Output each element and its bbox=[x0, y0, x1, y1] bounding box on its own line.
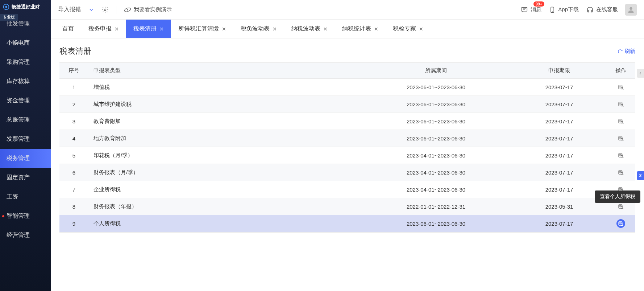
cell-idx: 5 bbox=[59, 147, 88, 164]
edge-expand-button[interactable] bbox=[637, 69, 644, 78]
tab-label: 首页 bbox=[62, 25, 74, 33]
cell-idx: 8 bbox=[59, 198, 88, 215]
view-button[interactable] bbox=[616, 202, 625, 211]
sidebar-nav: 批发管理小畅电商采购管理库存核算资金管理总账管理发票管理税务管理固定资产工资智能… bbox=[0, 20, 51, 245]
table: 序号 申报表类型 所属期间 申报期限 操作 1增值税2023-06-01~202… bbox=[59, 62, 635, 233]
sidebar-item[interactable]: 税务管理 bbox=[0, 149, 51, 168]
refresh-label: 刷新 bbox=[624, 48, 635, 55]
close-icon[interactable]: ✕ bbox=[273, 26, 277, 32]
cell-period: 2023-04-01~2023-06-30 bbox=[360, 147, 512, 164]
demo-link[interactable]: 我要看实例演示 bbox=[124, 6, 172, 14]
tab[interactable]: 纳税波动表✕ bbox=[284, 20, 335, 38]
cell-action bbox=[606, 215, 635, 232]
cell-period: 2023-06-01~2023-06-30 bbox=[360, 215, 512, 232]
cell-deadline: 2023-07-17 bbox=[512, 147, 606, 164]
tab-label: 纳税波动表 bbox=[291, 25, 320, 33]
cell-type: 印花税（月/季） bbox=[88, 147, 360, 164]
close-icon[interactable]: ✕ bbox=[374, 26, 378, 32]
messages-button[interactable]: 消息 99+ bbox=[520, 6, 541, 14]
cell-idx: 1 bbox=[59, 79, 88, 96]
messages-label: 消息 bbox=[531, 6, 541, 13]
table-row: 6财务报表（月/季）2023-04-01~2023-06-302023-07-1… bbox=[59, 164, 635, 181]
sidebar-item[interactable]: 经营管理 bbox=[0, 226, 51, 245]
cell-deadline: 2023-07-17 bbox=[512, 130, 606, 147]
tab-label: 纳税统计表 bbox=[342, 25, 371, 33]
view-button[interactable] bbox=[616, 83, 625, 91]
cell-deadline: 2023-07-17 bbox=[512, 113, 606, 130]
cell-idx: 6 bbox=[59, 164, 88, 181]
table-row: 9个人所得税2023-06-01~2023-06-302023-07-17 bbox=[59, 215, 635, 232]
cell-deadline: 2023-07-17 bbox=[512, 164, 606, 181]
globe-icon bbox=[124, 6, 132, 14]
chevron-down-icon[interactable] bbox=[88, 7, 94, 13]
tooltip: 查看个人所得税 bbox=[595, 190, 640, 203]
sidebar-item[interactable]: 资金管理 bbox=[0, 91, 51, 110]
sidebar-item[interactable]: 工资 bbox=[0, 187, 51, 206]
tab[interactable]: 税负波动表✕ bbox=[233, 20, 284, 38]
table-row: 1增值税2023-06-01~2023-06-302023-07-17 bbox=[59, 79, 635, 96]
tab-label: 所得税汇算清缴 bbox=[178, 25, 219, 33]
app-download-label: App下载 bbox=[558, 6, 579, 13]
view-button[interactable] bbox=[616, 117, 625, 126]
cell-action bbox=[606, 96, 635, 113]
edge-badge[interactable]: 2 bbox=[637, 171, 644, 180]
tab-label: 税负波动表 bbox=[241, 25, 270, 33]
sidebar-item[interactable]: 总账管理 bbox=[0, 110, 51, 130]
view-button[interactable] bbox=[616, 168, 625, 177]
cell-type: 财务报表（月/季） bbox=[88, 164, 360, 181]
cell-type: 财务报表（年报） bbox=[88, 198, 360, 215]
tab[interactable]: 首页 bbox=[55, 20, 81, 38]
view-button[interactable] bbox=[616, 151, 625, 160]
app-download-button[interactable]: App下载 bbox=[549, 6, 579, 13]
sidebar-item[interactable]: 库存核算 bbox=[0, 72, 51, 91]
table-row: 4地方教育附加2023-06-01~2023-06-302023-07-17 bbox=[59, 130, 635, 147]
cell-type: 增值税 bbox=[88, 79, 360, 96]
breadcrumb[interactable]: 导入报错 bbox=[58, 6, 81, 13]
svg-point-6 bbox=[552, 11, 553, 12]
sidebar-item[interactable]: 批发管理 bbox=[0, 20, 51, 33]
tab-label: 税表清册 bbox=[133, 25, 157, 33]
close-icon[interactable]: ✕ bbox=[115, 26, 119, 32]
demo-link-label: 我要看实例演示 bbox=[134, 6, 172, 13]
close-icon[interactable]: ✕ bbox=[323, 26, 328, 32]
cell-type: 地方教育附加 bbox=[88, 130, 360, 147]
close-icon[interactable]: ✕ bbox=[222, 26, 226, 32]
tab[interactable]: 所得税汇算清缴✕ bbox=[171, 20, 233, 38]
sidebar-item[interactable]: 智能管理 bbox=[0, 206, 51, 226]
col-idx: 序号 bbox=[59, 63, 88, 79]
sidebar: 畅捷通好业财 专业版 批发管理小畅电商采购管理库存核算资金管理总账管理发票管理税… bbox=[0, 0, 51, 291]
svg-point-1 bbox=[5, 6, 7, 8]
tab[interactable]: 税务申报✕ bbox=[81, 20, 126, 38]
tab[interactable]: 税检专家✕ bbox=[386, 20, 431, 38]
sidebar-item[interactable]: 采购管理 bbox=[0, 53, 51, 72]
close-icon[interactable]: ✕ bbox=[419, 26, 423, 32]
page-header: 税表清册 刷新 bbox=[59, 46, 635, 57]
avatar[interactable] bbox=[625, 4, 637, 16]
view-button[interactable] bbox=[616, 219, 625, 228]
cell-type: 个人所得税 bbox=[88, 215, 360, 232]
brand-icon bbox=[2, 3, 10, 11]
sidebar-item[interactable]: 固定资产 bbox=[0, 168, 51, 187]
cell-period: 2023-06-01~2023-06-30 bbox=[360, 96, 512, 113]
sidebar-item[interactable]: 发票管理 bbox=[0, 130, 51, 149]
view-button[interactable] bbox=[616, 134, 625, 143]
table-row: 8财务报表（年报）2022-01-01~2022-12-312023-05-31 bbox=[59, 198, 635, 215]
cell-idx: 7 bbox=[59, 181, 88, 198]
phone-icon bbox=[549, 6, 556, 13]
close-icon[interactable]: ✕ bbox=[159, 26, 164, 32]
sidebar-item[interactable]: 小畅电商 bbox=[0, 33, 51, 53]
refresh-button[interactable]: 刷新 bbox=[617, 48, 635, 55]
tab[interactable]: 税表清册✕ bbox=[126, 20, 171, 38]
brand-logo: 畅捷通好业财 bbox=[0, 0, 51, 14]
view-button[interactable] bbox=[616, 100, 625, 108]
headset-icon bbox=[586, 6, 594, 14]
tab-label: 税务申报 bbox=[88, 25, 112, 33]
settings-button[interactable] bbox=[101, 6, 109, 13]
svg-point-7 bbox=[630, 7, 632, 9]
online-service-button[interactable]: 在线客服 bbox=[586, 6, 618, 14]
tab[interactable]: 纳税统计表✕ bbox=[335, 20, 386, 38]
cell-idx: 4 bbox=[59, 130, 88, 147]
cell-action bbox=[606, 113, 635, 130]
cell-deadline: 2023-07-17 bbox=[512, 215, 606, 232]
refresh-icon bbox=[617, 48, 623, 54]
